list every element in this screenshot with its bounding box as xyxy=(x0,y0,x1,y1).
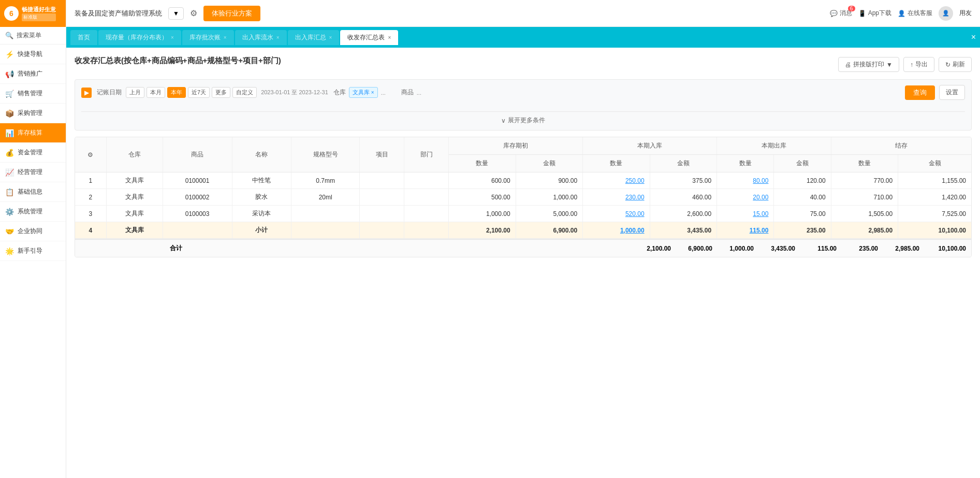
search-label: 搜索菜单 xyxy=(17,31,41,40)
tab-home-label: 首页 xyxy=(78,33,90,42)
warehouse-tag: 文具库 × xyxy=(349,87,378,98)
tab-batch-close[interactable]: × xyxy=(224,35,227,40)
product-more[interactable]: ... xyxy=(417,90,421,96)
th-product-spec: 规格型号 xyxy=(291,137,360,172)
tab-recv-send[interactable]: 收发存汇总表 × xyxy=(340,30,398,45)
tab-recv-send-close[interactable]: × xyxy=(388,35,391,40)
refresh-btn[interactable]: ↻ 刷新 xyxy=(939,57,972,72)
sidebar-item-inventory[interactable]: 📊 库存核算 xyxy=(0,123,66,143)
tab-bar-close[interactable]: × xyxy=(971,33,976,42)
sidebar-item-quick[interactable]: ⚡ 快捷导航 xyxy=(0,45,66,64)
row-close-amt: 10,100.00 xyxy=(898,222,971,239)
date-btn-more[interactable]: 更多 xyxy=(212,87,230,98)
sidebar-item-finance[interactable]: 💰 资金管理 xyxy=(0,143,66,163)
row-department xyxy=(404,222,449,239)
th-project: 项目 xyxy=(360,137,404,172)
th-in-amt: 金额 xyxy=(650,155,716,172)
row-out-amt: 120.00 xyxy=(774,172,831,189)
date-btn-this-month[interactable]: 本月 xyxy=(147,87,165,98)
date-btn-custom[interactable]: 自定义 xyxy=(232,87,257,98)
row-in-qty[interactable]: 1,000.00 xyxy=(583,222,650,239)
finance-icon: 💰 xyxy=(5,149,13,157)
sales-icon: 🛒 xyxy=(5,90,13,98)
system-dropdown[interactable]: ▼ xyxy=(168,7,184,20)
sidebar-search[interactable]: 🔍 搜索菜单 xyxy=(0,27,66,45)
row-department xyxy=(404,206,449,222)
app-download-btn[interactable]: 📱 App下载 xyxy=(858,9,891,18)
row-close-amt: 1,420.00 xyxy=(898,189,971,206)
warehouse-tag-close[interactable]: × xyxy=(371,90,374,95)
sidebar-item-operations[interactable]: 📈 经营管理 xyxy=(0,163,66,182)
tab-inventory-dist[interactable]: 现存量（库存分布表） × xyxy=(98,30,181,45)
sidebar-item-newbie[interactable]: 🌟 新手引导 xyxy=(0,241,66,261)
row-in-amt: 2,600.00 xyxy=(650,206,716,222)
page-title: 收发存汇总表(按仓库+商品编码+商品+规格型号+项目+部门) xyxy=(75,56,281,66)
row-in-qty[interactable]: 520.00 xyxy=(583,206,650,222)
settings-icon[interactable]: ⚙ xyxy=(190,8,197,18)
tab-flow[interactable]: 出入库流水 × xyxy=(235,30,287,45)
row-out-qty[interactable]: 20.00 xyxy=(717,189,774,206)
tab-inventory-dist-label: 现存量（库存分布表） xyxy=(106,33,168,42)
date-range: 2023-01-01 至 2023-12-31 xyxy=(261,89,328,96)
row-in-qty[interactable]: 230.00 xyxy=(583,189,650,206)
nav-label-finance: 资金管理 xyxy=(18,148,42,157)
row-out-qty[interactable]: 115.00 xyxy=(717,222,774,239)
row-warehouse: 文具库 xyxy=(106,172,163,189)
sidebar-item-basic[interactable]: 📋 基础信息 xyxy=(0,182,66,202)
tab-flow-close[interactable]: × xyxy=(276,35,280,40)
row-close-qty: 710.00 xyxy=(831,189,898,206)
row-project xyxy=(360,206,404,222)
expand-conditions[interactable]: ∨ 展开更多条件 xyxy=(81,111,965,125)
footer-out-qty: 115.00 xyxy=(800,245,842,252)
date-btn-last-month[interactable]: 上月 xyxy=(126,87,144,98)
date-btn-this-year[interactable]: 本年 xyxy=(167,87,186,98)
row-in-qty[interactable]: 250.00 xyxy=(583,172,650,189)
content-area: 收发存汇总表(按仓库+商品编码+商品+规格型号+项目+部门) 🖨 拼接版打印 ▼… xyxy=(66,48,980,478)
footer-in-amt: 3,435.00 xyxy=(759,245,800,252)
tab-batch-account[interactable]: 库存批次账 × xyxy=(182,30,234,45)
refresh-icon: ↻ xyxy=(945,61,950,68)
messages-btn[interactable]: 💬 消息 6 xyxy=(830,9,852,18)
operations-icon: 📈 xyxy=(5,168,13,177)
export-icon: ↑ xyxy=(910,61,913,68)
tab-home[interactable]: 首页 xyxy=(70,30,97,45)
row-out-qty[interactable]: 15.00 xyxy=(717,206,774,222)
row-project xyxy=(360,189,404,206)
basic-icon: 📋 xyxy=(5,188,13,196)
tab-summary-close[interactable]: × xyxy=(329,35,332,40)
warehouse-more[interactable]: ... xyxy=(381,90,386,96)
tab-summary[interactable]: 出入库汇总 × xyxy=(288,30,340,45)
print-btn[interactable]: 🖨 拼接版打印 ▼ xyxy=(838,57,899,72)
settings-btn[interactable]: 设置 xyxy=(939,85,965,100)
date-btn-7days[interactable]: 近7天 xyxy=(188,87,210,98)
query-btn[interactable]: 查询 xyxy=(905,85,935,100)
table-footer: 合计 2,100.00 6,900.00 1,000.00 3,435.00 1… xyxy=(75,239,971,257)
footer-numbers: 2,100.00 6,900.00 1,000.00 3,435.00 115.… xyxy=(272,245,971,252)
footer-in-qty: 1,000.00 xyxy=(718,245,759,252)
date-filter: 上月 本月 本年 近7天 更多 自定义 xyxy=(126,87,257,98)
tab-inventory-dist-close[interactable]: × xyxy=(171,35,174,40)
sidebar-item-sales[interactable]: 🛒 销售管理 xyxy=(0,84,66,104)
row-out-amt: 75.00 xyxy=(774,206,831,222)
dropdown-label: ▼ xyxy=(173,10,179,17)
export-btn[interactable]: ↑ 导出 xyxy=(903,57,934,72)
nav-label-enterprise: 企业协同 xyxy=(18,227,42,236)
experience-btn[interactable]: 体验行业方案 xyxy=(203,6,260,21)
row-out-qty[interactable]: 80.00 xyxy=(717,172,774,189)
row-in-amt: 3,435.00 xyxy=(650,222,716,239)
footer-open-qty: 2,100.00 xyxy=(635,245,676,252)
message-icon: 💬 xyxy=(830,10,838,17)
nav-label-operations: 经营管理 xyxy=(18,168,42,177)
sidebar-item-system[interactable]: ⚙️ 系统管理 xyxy=(0,202,66,222)
row-department xyxy=(404,189,449,206)
table-row: 2 文具库 0100002 胶水 20ml 500.00 1,000.00 23… xyxy=(75,189,971,206)
filter-toggle[interactable]: ▶ xyxy=(81,88,92,98)
sidebar-item-purchase[interactable]: 📦 采购管理 xyxy=(0,104,66,123)
online-service-btn[interactable]: 👤 在线客服 xyxy=(898,9,932,18)
sidebar-item-enterprise[interactable]: 🤝 企业协同 xyxy=(0,222,66,241)
sidebar-item-marketing[interactable]: 📢 营销推广 xyxy=(0,64,66,84)
avatar[interactable]: 👤 xyxy=(939,6,953,21)
product-filter: 商品 ... xyxy=(401,88,421,97)
purchase-icon: 📦 xyxy=(5,109,13,118)
th-settings[interactable]: ⚙ xyxy=(75,137,106,172)
